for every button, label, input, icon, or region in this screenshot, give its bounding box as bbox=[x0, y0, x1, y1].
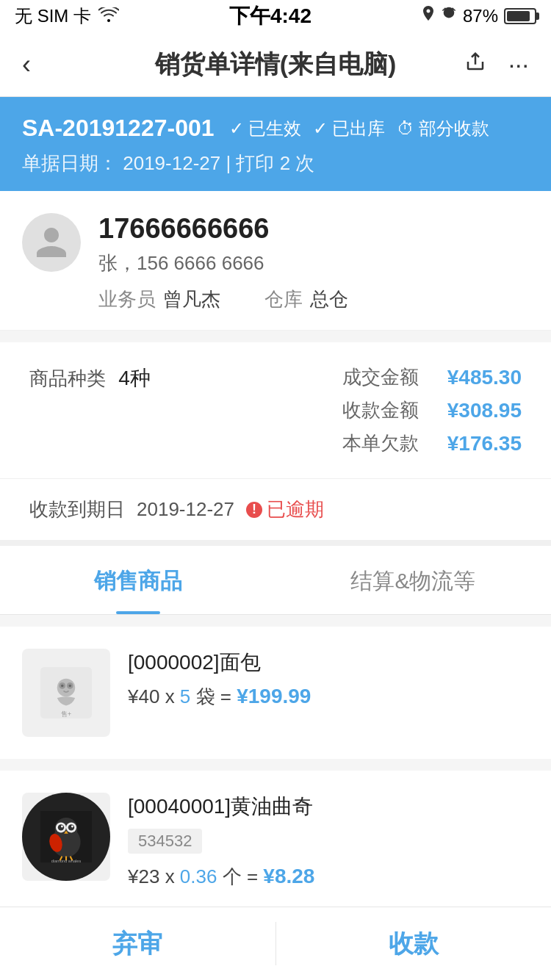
price-base-2: ¥23 bbox=[128, 865, 159, 887]
price-total-2: ¥8.28 bbox=[263, 865, 314, 887]
status-time: 下午4:42 bbox=[229, 2, 311, 30]
warehouse-label: 仓库 bbox=[264, 287, 303, 312]
order-id: SA-20191227-001 bbox=[22, 115, 215, 142]
status-badges: ✓ 已生效 ✓ 已出库 ⏱ 部分收款 bbox=[229, 117, 489, 140]
tab-sales-products[interactable]: 销售商品 bbox=[0, 546, 276, 614]
svg-text:售+: 售+ bbox=[61, 710, 71, 718]
cancel-button[interactable]: 弃审 bbox=[0, 907, 276, 980]
customer-info: 17666666666 张，156 6666 6666 业务员 曾凡杰 仓库 总… bbox=[98, 213, 529, 312]
deal-amount-row: 成交金额 ¥485.30 bbox=[342, 364, 522, 390]
customer-meta: 业务员 曾凡杰 仓库 总仓 bbox=[98, 287, 529, 312]
price-total: ¥199.99 bbox=[237, 685, 311, 707]
type-label: 商品种类 bbox=[29, 367, 106, 389]
product-name: [0000002]面包 bbox=[128, 649, 529, 677]
status-left: 无 SIM 卡 bbox=[15, 4, 119, 28]
page-title: 销货单详情(来自电脑) bbox=[155, 48, 397, 82]
svg-point-12 bbox=[58, 824, 64, 830]
battery-icon bbox=[504, 8, 536, 24]
product-info-2: [00040001]黄油曲奇 534532 ¥23 x 0.36 个 = ¥8.… bbox=[128, 793, 529, 890]
svg-point-4 bbox=[61, 685, 64, 688]
list-item: diamond whales [00040001]黄油曲奇 534532 ¥23… bbox=[0, 771, 551, 912]
price-qty-2: 0.36 bbox=[180, 865, 217, 887]
tab-settlement-logistics[interactable]: 结算&物流等 bbox=[276, 546, 551, 614]
received-row: 收款金额 ¥308.95 bbox=[342, 397, 522, 423]
product-info: [0000002]面包 ¥40 x 5 袋 = ¥199.99 bbox=[128, 649, 529, 710]
back-button[interactable]: ‹ bbox=[22, 49, 31, 80]
type-value: 4种 bbox=[118, 367, 151, 389]
location-icon bbox=[422, 6, 435, 26]
overdue-icon: ! bbox=[246, 502, 262, 518]
salesperson-item: 业务员 曾凡杰 bbox=[98, 287, 220, 312]
status-right: 87% bbox=[422, 6, 536, 26]
svg-point-15 bbox=[71, 826, 73, 828]
header-row1: SA-20191227-001 ✓ 已生效 ✓ 已出库 ⏱ 部分收款 bbox=[22, 115, 529, 142]
list-item: 售+ [0000002]面包 ¥40 x 5 袋 = ¥199.99 bbox=[0, 627, 551, 759]
summary-section: 商品种类 4种 成交金额 ¥485.30 收款金额 ¥308.95 本单欠款 ¥… bbox=[0, 342, 551, 479]
svg-point-5 bbox=[69, 685, 72, 688]
salesperson-label: 业务员 bbox=[98, 287, 156, 312]
wifi-icon bbox=[98, 6, 119, 26]
due-label: 收款到期日 bbox=[29, 497, 125, 522]
price-unit: 袋 bbox=[196, 685, 215, 707]
status-badge-partial: ⏱ 部分收款 bbox=[397, 117, 489, 140]
product-thumbnail: 售+ bbox=[22, 649, 110, 737]
owl-logo: diamond whales bbox=[22, 793, 110, 881]
salesperson-value: 曾凡杰 bbox=[163, 287, 220, 312]
header-band: SA-20191227-001 ✓ 已生效 ✓ 已出库 ⏱ 部分收款 单据日期：… bbox=[0, 97, 551, 191]
customer-name: 张，156 6666 6666 bbox=[98, 251, 529, 276]
confirm-button[interactable]: 收款 bbox=[276, 907, 552, 980]
avatar bbox=[22, 213, 81, 272]
product-price-2: ¥23 x 0.36 个 = ¥8.28 bbox=[128, 864, 529, 890]
status-badge-shipped: ✓ 已出库 bbox=[313, 117, 385, 140]
alarm-icon bbox=[441, 6, 457, 26]
overdue-badge: ! 已逾期 bbox=[246, 497, 324, 522]
due-section: 收款到期日 2019-12-27 ! 已逾期 bbox=[0, 479, 551, 546]
warehouse-item: 仓库 总仓 bbox=[264, 287, 348, 312]
warehouse-value: 总仓 bbox=[310, 287, 348, 312]
svg-text:diamond whales: diamond whales bbox=[51, 859, 82, 862]
svg-point-14 bbox=[61, 826, 63, 828]
product-tag: 534532 bbox=[128, 829, 202, 854]
more-icon[interactable]: ··· bbox=[508, 50, 529, 79]
overdue-text: 已逾期 bbox=[267, 497, 324, 522]
product-price: ¥40 x 5 袋 = ¥199.99 bbox=[128, 684, 529, 710]
battery-level: 87% bbox=[463, 6, 498, 26]
status-badge-effective: ✓ 已生效 bbox=[229, 117, 301, 140]
summary-left: 商品种类 4种 bbox=[29, 364, 151, 456]
share-icon[interactable] bbox=[464, 50, 486, 79]
owed-row: 本单欠款 ¥176.35 bbox=[342, 430, 522, 456]
price-base: ¥40 bbox=[128, 685, 159, 707]
deal-amount-label: 成交金额 bbox=[342, 364, 419, 390]
status-bar: 无 SIM 卡 下午4:42 87% bbox=[0, 0, 551, 32]
product-list: 售+ [0000002]面包 ¥40 x 5 袋 = ¥199.99 bbox=[0, 627, 551, 912]
product-name-2: [00040001]黄油曲奇 bbox=[128, 793, 529, 821]
summary-right: 成交金额 ¥485.30 收款金额 ¥308.95 本单欠款 ¥176.35 bbox=[342, 364, 522, 456]
customer-phone: 17666666666 bbox=[98, 213, 529, 245]
check-icon: ✓ bbox=[229, 118, 244, 139]
nav-actions: ··· bbox=[464, 50, 529, 79]
customer-section: 17666666666 张，156 6666 6666 业务员 曾凡杰 仓库 总… bbox=[0, 191, 551, 331]
header-row2: 单据日期： 2019-12-27 | 打印 2 次 bbox=[22, 151, 529, 176]
product-thumbnail-2: diamond whales bbox=[22, 793, 110, 881]
svg-point-13 bbox=[68, 824, 74, 830]
clock-icon: ⏱ bbox=[397, 118, 414, 139]
deal-amount-value: ¥485.30 bbox=[433, 366, 522, 389]
owed-value: ¥176.35 bbox=[433, 432, 522, 455]
owed-label: 本单欠款 bbox=[342, 430, 419, 456]
carrier-label: 无 SIM 卡 bbox=[15, 4, 91, 28]
check-icon-2: ✓ bbox=[313, 118, 328, 139]
bottom-bar: 弃审 收款 bbox=[0, 907, 551, 980]
due-date-value: 2019-12-27 bbox=[137, 498, 234, 521]
nav-bar: ‹ 销货单详情(来自电脑) ··· bbox=[0, 32, 551, 97]
received-label: 收款金额 bbox=[342, 397, 419, 423]
received-value: ¥308.95 bbox=[433, 399, 522, 422]
tabs-section: 销售商品 结算&物流等 bbox=[0, 546, 551, 615]
price-unit-2: 个 bbox=[223, 865, 242, 887]
price-qty: 5 bbox=[180, 685, 190, 707]
